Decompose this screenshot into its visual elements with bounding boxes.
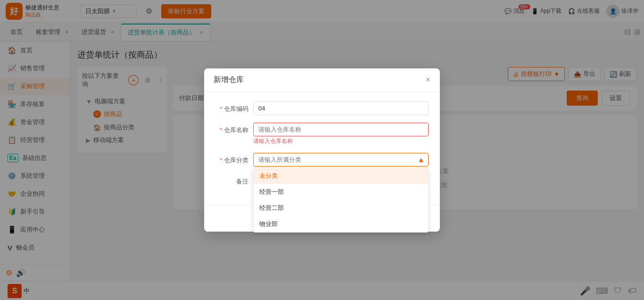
modal-overlay[interactable]: 新增仓库 × 仓库编码 仓库名称 请输入仓库名称: [0, 0, 644, 300]
modal-body: 仓库编码 仓库名称 请输入仓库名称 仓库分类: [204, 92, 440, 205]
add-warehouse-modal: 新增仓库 × 仓库编码 仓库名称 请输入仓库名称: [204, 68, 440, 232]
category-field: ▲ 未分类 经营一部 经营二部 物业部: [253, 153, 429, 167]
name-form-row: 仓库名称 请输入仓库名称: [215, 123, 429, 145]
category-input-wrapper: ▲: [253, 153, 429, 167]
code-label: 仓库编码: [215, 101, 248, 113]
category-form-row: 仓库分类 ▲ 未分类 经营一部: [215, 153, 429, 167]
code-field: [253, 101, 429, 115]
category-dropdown-toggle[interactable]: ▲: [417, 156, 425, 164]
code-form-row: 仓库编码: [215, 101, 429, 115]
warehouse-code-input[interactable]: [253, 101, 429, 115]
modal-header: 新增仓库 ×: [204, 68, 440, 92]
warehouse-name-input[interactable]: [253, 123, 429, 136]
remark-label: 备注: [215, 174, 248, 186]
category-dropdown-popup: 未分类 经营一部 经营二部 物业部: [253, 167, 429, 233]
dropdown-item-uncategorized[interactable]: 未分类: [254, 168, 428, 184]
dropdown-item-dept3[interactable]: 物业部: [254, 216, 428, 232]
warehouse-category-input[interactable]: [253, 153, 429, 167]
name-label: 仓库名称: [215, 123, 248, 134]
name-field: 请输入仓库名称: [253, 123, 429, 145]
dropdown-item-dept1[interactable]: 经营一部: [254, 184, 428, 200]
name-error-tip: 请输入仓库名称: [253, 137, 429, 145]
modal-title: 新增仓库: [214, 75, 244, 85]
modal-close-button[interactable]: ×: [425, 75, 430, 85]
category-label: 仓库分类: [215, 153, 248, 165]
dropdown-item-dept2[interactable]: 经营二部: [254, 200, 428, 216]
